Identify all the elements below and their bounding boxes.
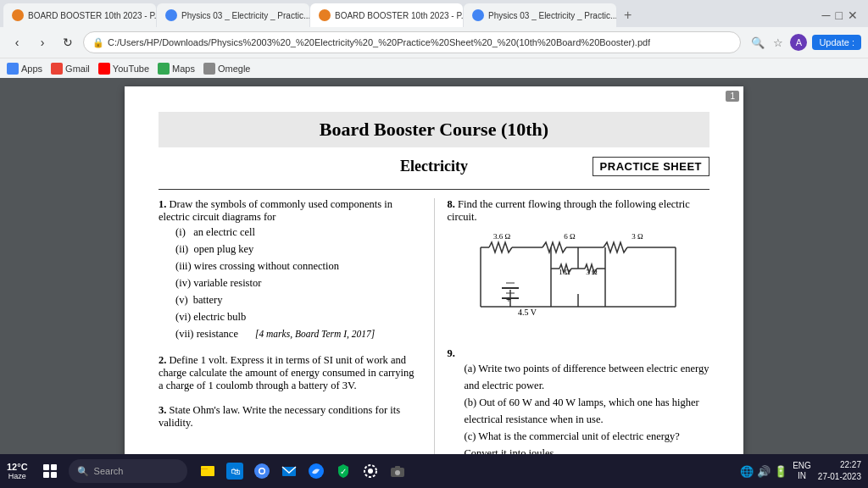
bookmark-omegle-label: Omegle [218, 64, 251, 74]
svg-text:3.6 Ω: 3.6 Ω [493, 232, 511, 241]
tab-4-label: Physics 03 _ Electricity _ Practic... [488, 11, 616, 20]
q1-text: Draw the symbols of commonly used compon… [159, 198, 392, 223]
search-icon[interactable]: 🔍 [749, 34, 766, 51]
q1-item-vii: (vii) resistance [4 marks, Board Term I,… [175, 325, 421, 342]
document-subtitle: Electricity [400, 158, 468, 175]
taskbar-app-settings[interactable] [359, 459, 382, 483]
question-8: 8. Find the current flowing through the … [448, 198, 710, 336]
taskbar-search-label: Search [94, 466, 124, 476]
youtube-icon [98, 63, 110, 75]
forward-button[interactable]: › [32, 32, 53, 53]
svg-text:6 Ω: 6 Ω [565, 232, 576, 241]
apps-icon [7, 63, 19, 75]
reload-button[interactable]: ↻ [58, 32, 78, 53]
clock-date: 27-01-2023 [818, 471, 861, 483]
bookmark-apps-label: Apps [21, 64, 42, 74]
svg-text:4.5 V: 4.5 V [518, 308, 537, 317]
bookmark-maps[interactable]: Maps [158, 63, 195, 75]
bookmark-apps[interactable]: Apps [7, 63, 42, 75]
divider [159, 189, 709, 190]
address-bar-row: ‹ › ↻ 🔒 C:/Users/HP/Downloads/Physics%20… [0, 27, 868, 58]
q2-text: Define 1 volt. Express it in terms of SI… [159, 354, 415, 391]
lang-text: ENG [793, 461, 811, 471]
bookmark-gmail[interactable]: Gmail [51, 63, 90, 75]
q9-sub-items: (a) Write two points of difference betwe… [465, 360, 710, 454]
q1-number: 1. [159, 198, 166, 210]
temperature-display: 12°C [7, 462, 28, 472]
q8-text: Find the current flowing through the fol… [448, 198, 690, 223]
svg-text:🛍: 🛍 [230, 466, 240, 476]
bookmarks-bar: Apps Gmail YouTube Maps Omegle [0, 58, 868, 78]
tab-1-icon [12, 9, 24, 21]
column-right: 8. Find the current flowing through the … [435, 198, 710, 454]
bookmark-maps-label: Maps [172, 64, 195, 74]
practice-sheet-badge: PRACTICE SHEET [593, 157, 709, 176]
volume-icon[interactable]: 🔊 [757, 465, 771, 478]
tab-3[interactable]: BOARD BOOSTER 10th 2023 - P... ✕ [310, 3, 463, 27]
taskbar-search-box[interactable]: 🔍 Search [69, 459, 187, 483]
svg-point-37 [368, 469, 373, 474]
document-title: Board Booster Course (10th) [159, 112, 709, 147]
tab-4-icon [472, 9, 484, 21]
new-tab-button[interactable]: + [617, 3, 638, 27]
taskbar-app-camera[interactable] [386, 459, 409, 483]
taskbar-app-security[interactable]: ✓ [331, 459, 355, 483]
q2-number: 2. [159, 354, 166, 366]
tab-bar: BOARD BOOSTER 10th 2023 - P... ✕ Physics… [0, 0, 868, 27]
tab-1[interactable]: BOARD BOOSTER 10th 2023 - P... ✕ [3, 3, 156, 27]
tab-2-label: Physics 03 _ Electricity _ Practic... [181, 11, 309, 20]
svg-text:+: + [506, 295, 511, 304]
q3-text: State Ohm's law. Write the necessary con… [159, 404, 400, 429]
circuit-svg: 3.6 Ω 6 Ω 3 Ω [476, 230, 680, 332]
taskbar-search-icon: 🔍 [77, 466, 89, 477]
taskbar-app-edge[interactable] [304, 459, 328, 483]
taskbar-app-store[interactable]: 🛍 [223, 459, 247, 483]
tab-3-label: BOARD BOOSTER 10th 2023 - P... [335, 11, 463, 20]
svg-text:3 Ω: 3 Ω [632, 232, 644, 241]
address-bar-icons: 🔍 ☆ A [749, 34, 807, 51]
q1-marks-note: [4 marks, Board Term I, 2017] [255, 326, 375, 341]
weather-condition: Haze [8, 472, 26, 480]
taskbar-app-chrome[interactable] [250, 459, 274, 483]
system-clock[interactable]: 22:27 27-01-2023 [818, 459, 861, 483]
bookmark-youtube[interactable]: YouTube [98, 63, 149, 75]
taskbar-app-explorer[interactable] [196, 459, 220, 483]
start-button[interactable] [36, 458, 64, 485]
q1-item-ii: (ii) open plug key [175, 241, 421, 258]
clock-time: 22:27 [840, 459, 861, 471]
maps-icon [158, 63, 170, 75]
close-button[interactable]: ✕ [848, 8, 858, 22]
question-3: 3. State Ohm's law. Write the necessary … [159, 404, 421, 430]
q1-item-iii: (iii) wires crossing without connection [175, 258, 421, 274]
bookmark-icon[interactable]: ☆ [770, 34, 787, 51]
url-text: C:/Users/HP/Downloads/Physics%2003%20_%2… [108, 37, 650, 47]
address-bar[interactable]: 🔒 C:/Users/HP/Downloads/Physics%2003%20_… [83, 31, 741, 53]
update-button[interactable]: Update : [812, 35, 861, 50]
browser-chrome: BOARD BOOSTER 10th 2023 - P... ✕ Physics… [0, 0, 868, 78]
language-indicator[interactable]: ENG IN [793, 461, 811, 481]
battery-icon[interactable]: 🔋 [774, 465, 787, 478]
tab-4[interactable]: Physics 03 _ Electricity _ Practic... ✕ [464, 3, 616, 27]
q1-item-v: (v) battery [175, 291, 421, 308]
tab-3-icon [319, 9, 331, 21]
svg-rect-41 [395, 466, 400, 469]
profile-icon[interactable]: A [790, 34, 807, 51]
q9-item-a: (a) Write two points of difference betwe… [465, 360, 710, 394]
maximize-button[interactable]: □ [836, 8, 843, 22]
minimize-button[interactable]: ─ [822, 8, 831, 22]
taskbar-pinned-apps: 🛍 ✓ [196, 459, 409, 483]
back-button[interactable]: ‹ [7, 32, 27, 53]
tab-2[interactable]: Physics 03 _ Electricity _ Practic... ✕ [157, 3, 309, 27]
question-1: 1. Draw the symbols of commonly used com… [159, 198, 421, 342]
omegle-icon [203, 63, 215, 75]
q1-item-vi: (vi) electric bulb [175, 308, 421, 325]
bookmark-gmail-label: Gmail [65, 64, 90, 74]
network-icon[interactable]: 🌐 [740, 465, 754, 478]
bookmark-omegle[interactable]: Omegle [203, 63, 251, 75]
page-number-badge: 1 [726, 91, 739, 102]
svg-rect-27 [201, 466, 214, 476]
q9-number: 9. [448, 347, 455, 359]
lang-region: IN [798, 471, 806, 481]
q1-item-i: (i) an electric cell [175, 224, 421, 241]
taskbar-app-mail[interactable] [277, 459, 301, 483]
